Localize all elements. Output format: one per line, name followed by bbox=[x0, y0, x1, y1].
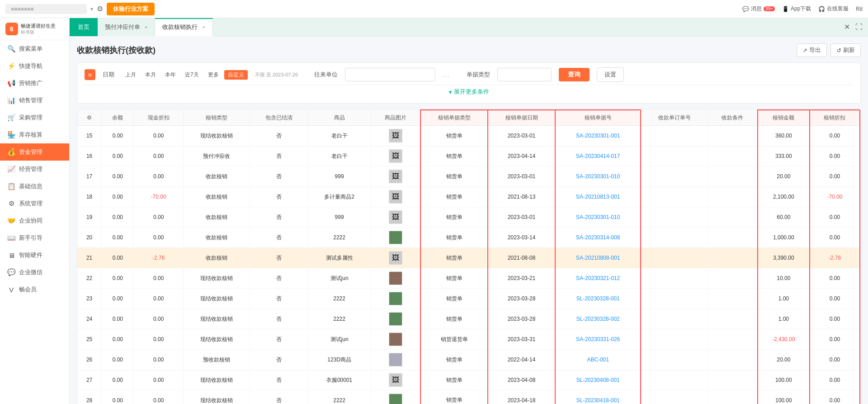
filter-toggle-button[interactable]: » bbox=[85, 69, 95, 80]
app-download-button[interactable]: 📱 App下载 bbox=[782, 5, 811, 13]
dropdown-chevron-icon[interactable]: ▾ bbox=[90, 6, 93, 12]
cell-goods: 999 bbox=[308, 166, 371, 187]
cell-condition bbox=[708, 370, 758, 390]
doc-no-link[interactable]: SA-20230314-008 bbox=[576, 234, 620, 241]
partner-input[interactable] bbox=[345, 68, 435, 81]
doc-no-link[interactable]: SA-20230301-010 bbox=[576, 214, 620, 220]
doc-no-link[interactable]: SA-20230331-026 bbox=[576, 336, 620, 342]
cell-discount: 0.00 bbox=[810, 207, 860, 228]
cell-goods-img: 🖼 bbox=[371, 166, 420, 187]
cell-id: 20 bbox=[77, 228, 102, 248]
maximize-window-button[interactable]: ⛶ bbox=[854, 21, 864, 33]
online-service-button[interactable]: 🎧 在线客服 bbox=[818, 5, 849, 13]
sidebar-item-11[interactable]: 📖 新手引导 bbox=[0, 229, 69, 247]
sidebar-item-12[interactable]: 🖥 智能硬件 bbox=[0, 247, 69, 264]
cell-balance: 0.00 bbox=[102, 187, 134, 207]
cell-goods-img bbox=[371, 268, 420, 289]
table-row: 26 0.00 0.00 预收款核销 否 123D商品 销货单 2022-04-… bbox=[77, 350, 860, 370]
cell-condition bbox=[708, 187, 758, 207]
tab-home[interactable]: 首页 bbox=[70, 18, 98, 36]
cell-id: 16 bbox=[77, 146, 102, 166]
expand-conditions[interactable]: ▾ 展开更多条件 bbox=[85, 85, 853, 99]
cell-doc-no: SL-20230408-001 bbox=[555, 370, 641, 390]
cell-id: 22 bbox=[77, 268, 102, 289]
tab-bar: 首页 预付冲应付单 × 收款核销执行 × ✕ ⛶ bbox=[70, 18, 868, 36]
cell-doc-type: 销货单 bbox=[420, 350, 488, 370]
this-year-btn[interactable]: 本年 bbox=[161, 70, 179, 80]
settings-button[interactable]: 设置 bbox=[597, 67, 624, 82]
sidebar-icon-14: V bbox=[7, 286, 15, 294]
doc-no-link[interactable]: SL-20230328-002 bbox=[576, 316, 620, 322]
refresh-button[interactable]: ↺ 刷新 bbox=[830, 43, 861, 57]
tab-writeoff-close[interactable]: × bbox=[202, 24, 205, 30]
cell-doc-no: SA-20230331-026 bbox=[555, 329, 641, 350]
sidebar-item-14[interactable]: V 畅会员 bbox=[0, 281, 69, 298]
cell-included: 否 bbox=[250, 268, 308, 289]
doc-no-link[interactable]: SA-20230321-012 bbox=[576, 275, 620, 281]
more-date-btn[interactable]: 更多 bbox=[204, 70, 222, 80]
cell-discount: 0.00 bbox=[810, 329, 860, 350]
table-row: 28 0.00 0.00 现结收款核销 否 2222 销货单 2023-04-1… bbox=[77, 390, 860, 404]
col-cash-discount: 现金折扣 bbox=[134, 110, 183, 126]
this-month-btn[interactable]: 本月 bbox=[142, 70, 160, 80]
sidebar-item-2[interactable]: 📢 营销推广 bbox=[0, 75, 69, 92]
sidebar-item-6[interactable]: 💰 资金管理 bbox=[0, 143, 69, 161]
cell-amount: -2,430.00 bbox=[758, 329, 810, 350]
doc-no-link[interactable]: SA-20210808-001 bbox=[576, 255, 620, 261]
cell-goods: 老白干 bbox=[308, 126, 371, 146]
custom-date-btn[interactable]: 自定义 bbox=[224, 70, 248, 80]
date-range-text: 不限 至 2023-07-26 bbox=[255, 71, 298, 78]
export-button[interactable]: ↗ 导出 bbox=[797, 43, 827, 57]
message-button[interactable]: 💬 消息 99+ bbox=[742, 5, 775, 13]
sidebar-item-3[interactable]: 📊 销售管理 bbox=[0, 92, 69, 109]
doc-no-link[interactable]: SA-20230301-010 bbox=[576, 173, 620, 180]
user-account[interactable]: Rit bbox=[856, 6, 863, 12]
cell-doc-date: 2023-03-21 bbox=[488, 268, 555, 289]
sidebar-item-8[interactable]: 📋 基础信息 bbox=[0, 178, 69, 195]
app-download-label: App下载 bbox=[791, 5, 811, 13]
doc-no-link[interactable]: SL-20230418-001 bbox=[576, 397, 620, 404]
chevron-down-icon: ▾ bbox=[449, 89, 452, 95]
doc-no-link[interactable]: ABC-001 bbox=[587, 356, 609, 363]
sidebar-item-10[interactable]: 🤝 企业协同 bbox=[0, 212, 69, 229]
home-tab-label: 首页 bbox=[78, 23, 90, 31]
sidebar-item-4[interactable]: 🛒 采购管理 bbox=[0, 109, 69, 126]
doc-no-link[interactable]: SA-20230301-001 bbox=[576, 133, 620, 139]
sidebar-item-5[interactable]: 🏪 库存核算 bbox=[0, 126, 69, 143]
cell-id: 23 bbox=[77, 289, 102, 309]
page-actions: ↗ 导出 ↺ 刷新 bbox=[797, 43, 861, 57]
sidebar-item-9[interactable]: ⚙ 系统管理 bbox=[0, 195, 69, 212]
col-doc-date: 核销单据日期 bbox=[488, 110, 555, 126]
seven-days-btn[interactable]: 近7天 bbox=[181, 70, 203, 80]
export-label: 导出 bbox=[809, 46, 821, 54]
cell-included: 否 bbox=[250, 187, 308, 207]
query-button[interactable]: 查询 bbox=[559, 68, 590, 81]
doc-no-link[interactable]: SA-20210813-001 bbox=[576, 194, 620, 200]
tab-prepay[interactable]: 预付冲应付单 × bbox=[98, 18, 155, 36]
doc-no-link[interactable]: SL-20230328-001 bbox=[576, 295, 620, 302]
cell-condition bbox=[708, 228, 758, 248]
settings-icon[interactable]: ⚙ bbox=[97, 5, 103, 13]
sidebar-item-13[interactable]: 💬 企业微信 bbox=[0, 264, 69, 281]
tab-prepay-close[interactable]: × bbox=[145, 24, 147, 30]
order-type-select[interactable] bbox=[497, 68, 552, 81]
close-window-button[interactable]: ✕ bbox=[842, 21, 852, 33]
sidebar-item-7[interactable]: 📈 经营管理 bbox=[0, 161, 69, 178]
industry-solution-button[interactable]: 休验行业方案 bbox=[107, 3, 155, 15]
sidebar-item-1[interactable]: ⚡ 快捷导航 bbox=[0, 57, 69, 75]
cell-amount: 360.00 bbox=[758, 126, 810, 146]
sidebar-icon-5: 🏪 bbox=[7, 131, 15, 139]
doc-no-link[interactable]: SA-20230414-017 bbox=[576, 153, 620, 159]
cell-goods: 2222 bbox=[308, 390, 371, 404]
last-month-btn[interactable]: 上月 bbox=[122, 70, 140, 80]
cell-doc-no: SL-20230328-001 bbox=[555, 289, 641, 309]
doc-no-link[interactable]: SL-20230408-001 bbox=[576, 377, 620, 383]
top-bar-search[interactable]: ■■■■■■■ bbox=[5, 4, 87, 14]
table-row: 21 0.00 -2.76 收款核销 否 测试多属性 🖼 销货单 2021-08… bbox=[77, 248, 860, 268]
sidebar-item-0[interactable]: 🔍 搜索菜单 bbox=[0, 40, 69, 57]
tab-writeoff[interactable]: 收款核销执行 × bbox=[155, 18, 212, 36]
cell-doc-type: 销货单 bbox=[420, 268, 488, 289]
cell-type: 预收款核销 bbox=[183, 350, 250, 370]
table-row: 24 0.00 0.00 现结收款核销 否 2222 销货单 2023-03-2… bbox=[77, 309, 860, 329]
goods-image: 🖼 bbox=[389, 129, 402, 143]
